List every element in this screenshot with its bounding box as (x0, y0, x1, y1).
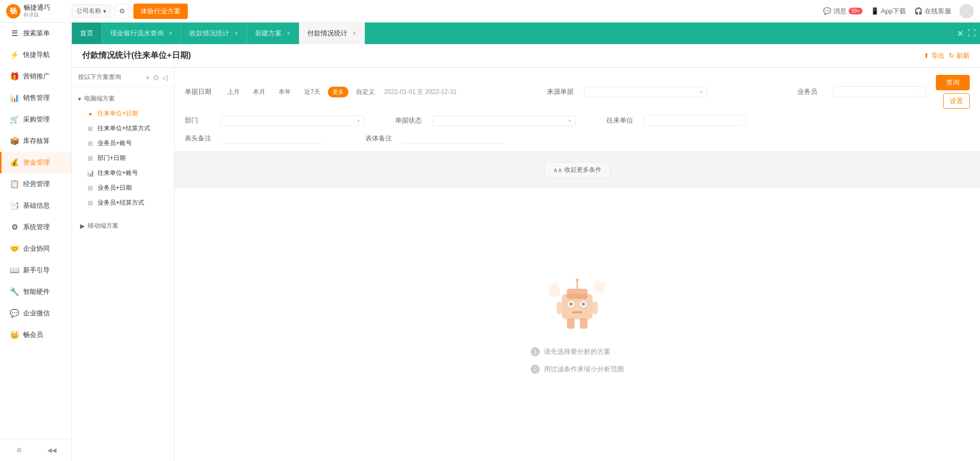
service-item[interactable]: 🎧 在线客服 (914, 7, 951, 16)
sidebar-item-search-menu[interactable]: ☰ 搜索菜单 (0, 23, 71, 44)
sidebar-item-marketing[interactable]: 🎁 营销推广 (0, 66, 71, 87)
status-select-arrow-icon: ▾ (569, 118, 571, 124)
sidebar-item-system[interactable]: ⚙ 系统管理 (0, 216, 71, 238)
panel-section-mobile: ▶ 移动端方案 (72, 214, 174, 237)
sales-icon: 📊 (10, 93, 19, 103)
sidebar-label-wechat: 企业微信 (23, 309, 50, 318)
filter-tag-this-month[interactable]: 本月 (247, 86, 271, 98)
panel-header-actions: + ⊙ ◁ (146, 73, 168, 82)
sidebar-item-member[interactable]: 👑 畅会员 (0, 324, 71, 346)
tree-item-salesperson-date[interactable]: ⊞ 业务员+日期 (72, 181, 174, 195)
tab-bank-flow-label: 现金银行流水查询 (110, 29, 164, 38)
tree-item-salesperson-account[interactable]: ⊞ 业务员+账号 (72, 136, 174, 151)
tab-payment-stats[interactable]: 付款情况统计 × (299, 23, 365, 44)
partner-field[interactable]: ··· (643, 115, 746, 126)
tree-item-partner-account-label: 往来单位+账号 (97, 169, 138, 177)
app-icon: 📱 (871, 7, 879, 15)
tab-receipt-stats[interactable]: 收款情况统计 × (181, 23, 247, 44)
tab-payment-stats-close-icon[interactable]: × (352, 30, 356, 37)
status-filter-label: 单据状态 (395, 116, 422, 125)
sidebar-bottom-settings-button[interactable]: ⚙ (4, 444, 35, 457)
sidebar-item-guide[interactable]: 📖 新手引导 (0, 259, 71, 281)
source-select[interactable]: ▾ (584, 87, 707, 97)
sidebar-collapse-button[interactable]: ◀◀ (37, 444, 68, 457)
tip-num-2: 2 (531, 365, 540, 374)
company-name: 公司名称 (76, 7, 101, 15)
empty-tip-row-2: 2 用过滤条件来缩小分析范围 (531, 363, 624, 376)
refresh-button[interactable]: ↻ 刷新 (949, 51, 970, 61)
tree-item-salesperson-settlement[interactable]: ⊞ 业务员+结算方式 (72, 195, 174, 210)
sidebar-label-system: 系统管理 (23, 223, 50, 232)
query-button[interactable]: 查询 (936, 75, 970, 90)
filter-tag-more[interactable]: 更多 (328, 87, 348, 97)
sidebar-item-basic[interactable]: 📑 基础信息 (0, 195, 71, 216)
sidebar-item-operation[interactable]: 📋 经营管理 (0, 173, 71, 195)
dept-select[interactable]: ▾ (221, 115, 364, 126)
tab-expand-icon[interactable]: ⛶ (968, 29, 976, 38)
collapse-button[interactable]: ∧∧ 收起更多条件 (544, 162, 610, 178)
guide-icon: 📖 (10, 266, 19, 275)
header-remark-input[interactable] (222, 132, 324, 144)
operation-icon: 📋 (10, 179, 19, 189)
filter-tag-this-year[interactable]: 本年 (273, 86, 297, 98)
settings-icon[interactable]: ⚙ (115, 4, 129, 18)
logo-area: 畅 畅捷通巧 标准版 (6, 4, 68, 19)
collapse-btn-label: 收起更多条件 (564, 166, 601, 174)
filter-tag-last-7-days[interactable]: 近7天 (299, 86, 326, 98)
sidebar-label-purchase: 采购管理 (23, 115, 50, 124)
sidebar-item-purchase[interactable]: 🛒 采购管理 (0, 109, 71, 130)
sidebar-item-collab[interactable]: 🤝 企业协同 (0, 238, 71, 259)
page-header: 付款情况统计(往来单位+日期) ⬆ 导出 ↻ 刷新 (72, 44, 980, 68)
tree-item-partner-settlement[interactable]: ⊞ 往来单位+结算方式 (72, 121, 174, 136)
tab-home[interactable]: 首页 (72, 23, 102, 44)
empty-tip-2-text: 用过滤条件来缩小分析范围 (544, 363, 624, 376)
tree-item-dept-date[interactable]: ⊞ 部门+日期 (72, 151, 174, 166)
tree-item-partner-date[interactable]: ● 往来单位+日期 (72, 106, 174, 121)
panel-collapse-icon[interactable]: ◁ (162, 73, 168, 82)
message-item[interactable]: 💬 消息 99+ (823, 7, 863, 16)
trial-button[interactable]: 体验行业方案 (133, 4, 188, 19)
panel-section-mobile-header[interactable]: ▶ 移动端方案 (72, 218, 174, 233)
sidebar-item-finance[interactable]: 💰 资金管理 (0, 152, 71, 173)
company-selector[interactable]: 公司名称 ▾ (72, 4, 111, 18)
main-layout: ☰ 搜索菜单 ⚡ 快捷导航 🎁 营销推广 📊 销售管理 🛒 采购管理 📦 库存核… (0, 23, 980, 461)
sidebar-item-inventory[interactable]: 📦 库存核算 (0, 130, 71, 152)
empty-tip-row-1: 1 请先选择要分析的方案 (531, 345, 624, 358)
sidebar-label-finance: 资金管理 (23, 158, 50, 167)
export-button[interactable]: ⬆ 导出 (924, 51, 945, 61)
body-remark-label: 表体备注 (365, 134, 392, 143)
source-select-arrow-icon: ▾ (700, 89, 702, 95)
message-label: 消息 (833, 7, 847, 16)
logo-sub: 标准版 (24, 11, 50, 18)
panel-section-desktop-header[interactable]: ▾ 电脑端方案 (72, 91, 174, 106)
tab-home-label: 首页 (80, 29, 93, 38)
tip-1-number: 1 (534, 346, 537, 357)
panel-add-icon[interactable]: + (146, 73, 150, 82)
avatar[interactable] (959, 4, 974, 18)
tab-bank-flow[interactable]: 现金银行流水查询 × (102, 23, 181, 44)
svg-rect-14 (594, 280, 605, 293)
tip-num-1: 1 (531, 347, 540, 356)
status-select[interactable]: ▾ (432, 115, 576, 126)
tab-new-plan-close-icon[interactable]: × (287, 30, 290, 37)
tree-item-partner-account[interactable]: 📊 往来单位+账号 (72, 166, 174, 181)
tab-receipt-stats-close-icon[interactable]: × (234, 30, 238, 37)
sidebar-item-quick-nav[interactable]: ⚡ 快捷导航 (0, 44, 71, 66)
tab-new-plan[interactable]: 新建方案 × (247, 23, 299, 44)
sidebar-item-hardware[interactable]: 🔧 智能硬件 (0, 281, 71, 303)
export-icon: ⬆ (924, 52, 929, 59)
dept-filter-label: 部门 (185, 116, 210, 125)
filter-tag-last-month[interactable]: 上月 (222, 86, 245, 98)
panel-settings-icon[interactable]: ⊙ (153, 73, 159, 82)
sidebar-item-sales[interactable]: 📊 销售管理 (0, 87, 71, 109)
tab-close-all-icon[interactable]: ✕ (957, 29, 964, 38)
app-download-item[interactable]: 📱 App下载 (871, 7, 906, 16)
filter-tag-custom[interactable]: 自定义 (350, 86, 380, 98)
sidebar-bottom: ⚙ ◀◀ (0, 439, 71, 461)
salesperson-field[interactable]: ··· (833, 86, 926, 97)
page-title: 付款情况统计(往来单位+日期) (82, 50, 191, 61)
tab-bank-flow-close-icon[interactable]: × (169, 30, 172, 37)
sidebar-item-wechat[interactable]: 💬 企业微信 (0, 303, 71, 324)
body-remark-input[interactable] (402, 132, 505, 144)
settings-button[interactable]: 设置 (943, 93, 970, 109)
